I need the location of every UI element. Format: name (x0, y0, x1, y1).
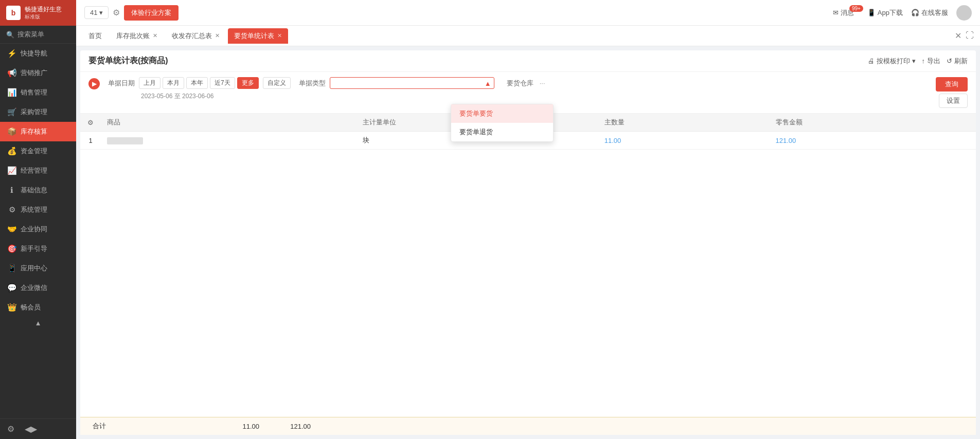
collapse-icon[interactable]: ◀▶ (25, 424, 37, 434)
export-btn[interactable]: ↑ 导出 (922, 57, 941, 66)
print-dropdown-icon: ▾ (912, 57, 916, 65)
page-inner: 要货单统计表(按商品) 🖨 按模板打印 ▾ ↑ 导出 ↺ 刷新 (80, 50, 976, 435)
app-download-btn[interactable]: 📱 App下载 (867, 8, 903, 17)
sidebar: b 畅捷通好生意 标准版 🔍 搜索菜单 ⚡ 快捷导航 📢 营销推广 📊 销售管理… (0, 0, 76, 439)
sidebar-scroll-down[interactable]: ▲ (0, 317, 76, 329)
service-icon: 🎧 (911, 9, 919, 16)
date-custom-btn[interactable]: 自定义 (263, 77, 291, 89)
tab-close-all-icon[interactable]: ✕ (955, 31, 961, 41)
guide-icon: 🎯 (7, 244, 16, 253)
warehouse-more-icon[interactable]: ··· (540, 79, 545, 87)
date-quick-btns: 上月 本月 本年 近7天 更多 (139, 77, 259, 89)
download-icon: 📱 (867, 9, 876, 16)
quantity-link[interactable]: 11.00 (604, 137, 621, 144)
tab-home[interactable]: 首页 (82, 28, 108, 44)
filter-settings-button[interactable]: 设置 (939, 94, 968, 108)
td-product (101, 132, 357, 150)
td-amount: 121.00 (770, 132, 976, 150)
store-selector[interactable]: 41 ▾ (84, 6, 109, 19)
topbar-settings-icon[interactable]: ⚙ (113, 8, 120, 17)
finance-icon: 💰 (7, 147, 16, 156)
date-btn-this-month[interactable]: 本月 (163, 77, 184, 89)
sidebar-item-member[interactable]: 👑 畅会员 (0, 298, 76, 317)
print-icon: 🖨 (868, 57, 875, 65)
app-logo: b 畅捷通好生意 标准版 (0, 0, 76, 26)
tab-expand-icon[interactable]: ⛶ (966, 31, 974, 41)
sidebar-item-guide[interactable]: 🎯 新手引导 (0, 239, 76, 259)
tab-close-inventory-batch[interactable]: ✕ (153, 32, 157, 39)
th-settings[interactable]: ⚙ (80, 114, 101, 132)
footer-total-quantity: 11.00 (214, 423, 265, 430)
tab-inventory-batch[interactable]: 库存批次账 ✕ (110, 28, 164, 44)
download-label: App下载 (878, 8, 903, 17)
sidebar-item-operations[interactable]: 📈 经营管理 (0, 161, 76, 180)
sidebar-search[interactable]: 🔍 搜索菜单 (0, 26, 76, 44)
sidebar-item-system[interactable]: ⚙ 系统管理 (0, 200, 76, 220)
main-area: 41 ▾ ⚙ 体验行业方案 ✉ 消息 99+ 📱 App下载 🎧 在线客服 (76, 0, 980, 439)
type-filter-row: 单据类型 ▲ 要货仓库 ··· (299, 77, 545, 89)
marketing-icon: 📢 (7, 68, 16, 78)
date-btn-last-month[interactable]: 上月 (139, 77, 161, 89)
table-footer: 合计 11.00 121.00 (80, 417, 976, 435)
topbar-left: 41 ▾ ⚙ 体验行业方案 (84, 5, 827, 21)
page-actions: 🖨 按模板打印 ▾ ↑ 导出 ↺ 刷新 (868, 57, 968, 66)
sidebar-item-finance[interactable]: 💰 资金管理 (0, 141, 76, 161)
inventory-icon: 📦 (7, 127, 16, 136)
sidebar-item-wechat[interactable]: 💬 企业微信 (0, 278, 76, 298)
export-icon: ↑ (922, 57, 925, 65)
date-btn-this-year[interactable]: 本年 (186, 77, 208, 89)
dropdown-item-order-return[interactable]: 要货单退货 (451, 123, 553, 141)
date-filter-row: 单据日期 上月 本月 本年 近7天 更多 自定义 (108, 77, 291, 89)
wechat-icon: 💬 (7, 283, 16, 292)
user-avatar[interactable] (956, 5, 972, 21)
tab-order-stats[interactable]: 要货单统计表 ✕ (228, 28, 288, 44)
tab-close-order-stats[interactable]: ✕ (277, 32, 282, 39)
date-filter-label: 单据日期 (108, 79, 135, 88)
date-btn-more[interactable]: 更多 (237, 77, 259, 89)
td-index: 1 (80, 132, 101, 150)
type-dropdown: 要货单要货 要货单退货 (451, 104, 554, 142)
sidebar-item-inventory[interactable]: 📦 库存核算 (0, 122, 76, 141)
logo-text: 畅捷通好生意 标准版 (25, 6, 62, 21)
sidebar-item-marketing[interactable]: 📢 营销推广 (0, 63, 76, 83)
date-btn-last-7days[interactable]: 近7天 (210, 77, 235, 89)
settings-footer-icon[interactable]: ⚙ (7, 424, 14, 434)
dropdown-item-order-request[interactable]: 要货单要货 (451, 104, 553, 123)
filter-expand-button[interactable]: ▶ (88, 78, 100, 89)
print-btn[interactable]: 🖨 按模板打印 ▾ (868, 57, 916, 66)
page-title: 要货单统计表(按商品) (88, 56, 168, 66)
footer-total-label: 合计 (86, 422, 214, 431)
tab-close-receive-summary[interactable]: ✕ (215, 32, 220, 39)
online-service-btn[interactable]: 🎧 在线客服 (911, 8, 948, 17)
amount-link[interactable]: 121.00 (776, 137, 796, 144)
store-name: 41 (90, 9, 97, 16)
tabs-bar: 首页 库存批次账 ✕ 收发存汇总表 ✕ 要货单统计表 ✕ ✕ ⛶ (76, 26, 980, 46)
sidebar-item-appcenter[interactable]: 📱 应用中心 (0, 259, 76, 278)
th-product: 商品 (101, 114, 357, 132)
refresh-btn[interactable]: ↺ 刷新 (947, 57, 968, 66)
td-quantity: 11.00 (598, 132, 770, 150)
page-header: 要货单统计表(按商品) 🖨 按模板打印 ▾ ↑ 导出 ↺ 刷新 (80, 50, 976, 72)
trial-button[interactable]: 体验行业方案 (124, 5, 179, 21)
sidebar-item-sales[interactable]: 📊 销售管理 (0, 83, 76, 102)
basic-icon: ℹ (7, 186, 16, 195)
messages-btn[interactable]: ✉ 消息 99+ (833, 8, 859, 17)
operations-icon: 📈 (7, 166, 16, 175)
sidebar-item-collab[interactable]: 🤝 企业协同 (0, 220, 76, 239)
sidebar-item-purchase[interactable]: 🛒 采购管理 (0, 102, 76, 122)
message-icon: ✉ (833, 9, 839, 16)
quicknav-icon: ⚡ (7, 49, 16, 58)
type-select-wrap: ▲ (330, 77, 494, 89)
purchase-icon: 🛒 (7, 107, 16, 117)
collab-icon: 🤝 (7, 225, 16, 234)
sidebar-item-quicknav[interactable]: ⚡ 快捷导航 (0, 44, 76, 63)
tab-receive-summary[interactable]: 收发存汇总表 ✕ (166, 28, 226, 44)
query-button[interactable]: 查询 (936, 77, 968, 92)
sidebar-footer: ⚙ ◀▶ (0, 418, 76, 439)
type-select-input[interactable] (330, 77, 494, 89)
th-quantity: 主数量 (598, 114, 770, 132)
type-filter-label: 单据类型 (299, 79, 326, 88)
sidebar-item-basic[interactable]: ℹ 基础信息 (0, 180, 76, 200)
th-amount: 零售金额 (770, 114, 976, 132)
tabs-actions: ✕ ⛶ (955, 31, 974, 41)
